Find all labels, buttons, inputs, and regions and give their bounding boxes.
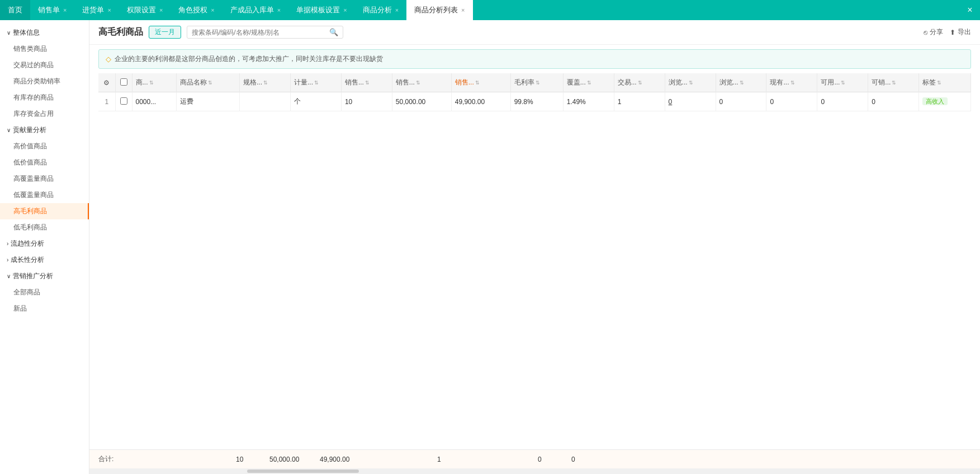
footer-sales-count [132,456,233,463]
col-saleable[interactable]: 可销...⇅ [868,73,919,92]
footer-sales-count-val: 10 [233,456,266,463]
cell-name: 运费 [176,92,239,111]
cell-available: 0 [817,92,868,111]
close-icon[interactable]: × [395,7,399,13]
search-input[interactable] [192,29,329,36]
nav-item-role[interactable]: 角色授权 × [171,0,222,20]
sidebar-item-low-margin[interactable]: 低毛利商品 [0,219,89,236]
arrow-right-icon: › [7,257,8,263]
table-container: ⚙ 商...⇅ 商品名称⇅ 规格...⇅ 计量...⇅ 销售...⇅ 销售...… [89,73,980,449]
col-checkbox[interactable] [115,73,132,92]
sidebar-group-overall[interactable]: ∨ 整体信息 [0,25,89,41]
export-button[interactable]: ⬆ 导出 [950,27,971,37]
col-sales-cost[interactable]: 销售...⇅ [451,73,510,92]
sidebar-item-new-products[interactable]: 新品 [0,301,89,317]
footer-gross-margin [367,456,400,463]
content-header: 高毛利商品 近一月 🔍 ⎋ 分享 ⬆ 导出 [89,20,980,45]
col-sales-amount[interactable]: 销售...⇅ [392,73,451,92]
sidebar-item-all-products[interactable]: 全部商品 [0,284,89,301]
col-available[interactable]: 可用...⇅ [817,73,868,92]
col-code[interactable]: 商...⇅ [132,73,176,92]
col-browse2[interactable]: 浏览...⇅ [716,73,766,92]
col-name[interactable]: 商品名称⇅ [176,73,239,92]
sidebar-item-traded-products[interactable]: 交易过的商品 [0,57,89,73]
top-navigation: 首页 销售单 × 进货单 × 权限设置 × 角色授权 × 产成品入库单 × 单据… [0,0,980,20]
footer-current-stock: 0 [534,456,568,463]
footer-sales-cost: 49,900.00 [316,456,367,463]
cell-saleable: 0 [868,92,919,111]
col-browse1[interactable]: 浏览...⇅ [665,73,716,92]
cell-sales-cost: 49,900.00 [451,92,510,111]
cell-coverage: 1.49% [563,92,614,111]
select-all-checkbox[interactable] [120,78,127,86]
scrollbar-thumb[interactable] [247,470,359,473]
table-row: 1 0000... 运费 个 10 50,000.00 49,900.00 99… [98,92,971,111]
nav-item-product-analysis[interactable]: 商品分析 × [355,0,406,20]
share-button[interactable]: ⎋ 分享 [924,27,943,37]
cell-sales-count: 10 [341,92,392,111]
sidebar-item-stock-capital[interactable]: 库存资金占用 [0,106,89,122]
cell-transaction: 1 [614,92,665,111]
cell-current-stock: 0 [766,92,817,111]
arrow-right-icon: › [7,241,8,247]
col-settings[interactable]: ⚙ [98,73,115,92]
nav-item-purchase[interactable]: 进货单 × [74,0,119,20]
sidebar-item-sales-products[interactable]: 销售类商品 [0,41,89,57]
cell-num: 1 [98,92,115,111]
search-box: 🔍 [187,26,343,39]
arrow-down-icon: ∨ [7,30,11,36]
sidebar-group-contribution[interactable]: ∨ 贡献量分析 [0,122,89,138]
close-icon[interactable]: × [211,7,214,13]
sidebar-item-low-coverage[interactable]: 低覆盖量商品 [0,187,89,203]
col-tag[interactable]: 标签⇅ [919,73,971,92]
close-icon[interactable]: × [277,7,281,13]
info-icon: ◇ [106,55,111,63]
sidebar-group-marketing[interactable]: ∨ 营销推广分析 [0,268,89,284]
cell-sales-amount: 50,000.00 [392,92,451,111]
close-icon[interactable]: × [63,7,67,13]
sidebar-item-high-value[interactable]: 高价值商品 [0,138,89,154]
window-close-button[interactable]: × [960,0,980,20]
col-transaction[interactable]: 交易...⇅ [614,73,665,92]
cell-browse1[interactable]: 0 [665,92,716,111]
nav-item-template[interactable]: 单据模板设置 × [288,0,354,20]
nav-item-sales[interactable]: 销售单 × [30,0,74,20]
sidebar-item-category-rate[interactable]: 商品分类助销率 [0,73,89,90]
nav-item-home[interactable]: 首页 [0,0,30,20]
search-icon[interactable]: 🔍 [329,28,338,36]
header-actions: ⎋ 分享 ⬆ 导出 [924,27,971,37]
col-current-stock[interactable]: 现有...⇅ [766,73,817,92]
sidebar-group-trend[interactable]: › 流趋性分析 [0,236,89,252]
cell-checkbox[interactable] [115,92,132,111]
cell-unit: 个 [290,92,341,111]
sidebar-group-growth[interactable]: › 成长性分析 [0,252,89,268]
col-sales-count[interactable]: 销售...⇅ [341,73,392,92]
sidebar-item-high-coverage[interactable]: 高覆盖量商品 [0,171,89,187]
cell-gross-margin: 99.8% [510,92,563,111]
footer-values: 10 50,000.00 49,900.00 1 0 0 [132,456,971,463]
close-icon[interactable]: × [461,7,465,13]
sidebar-item-stock-products[interactable]: 有库存的商品 [0,90,89,106]
nav-item-permission[interactable]: 权限设置 × [119,0,171,20]
arrow-down-icon: ∨ [7,127,11,133]
table-header-row: ⚙ 商...⇅ 商品名称⇅ 规格...⇅ 计量...⇅ 销售...⇅ 销售...… [98,73,971,92]
sidebar-item-low-value[interactable]: 低价值商品 [0,154,89,171]
sidebar: ∨ 整体信息 销售类商品 交易过的商品 商品分类助销率 有库存的商品 库存资金占… [0,20,89,474]
col-coverage[interactable]: 覆盖...⇅ [563,73,614,92]
close-icon[interactable]: × [107,7,111,13]
info-banner: ◇ 企业的主要的利润都是这部分商品创造的，可考虑加大推广，同时关注库存是不要出现… [98,49,971,69]
sidebar-item-high-margin[interactable]: 高毛利商品 [0,203,89,219]
filter-recent-month-button[interactable]: 近一月 [149,26,181,39]
col-unit[interactable]: 计量...⇅ [290,73,341,92]
nav-item-product-analysis-list[interactable]: 商品分析列表 × [406,0,472,20]
horizontal-scrollbar[interactable] [89,468,980,474]
share-icon: ⎋ [924,29,927,36]
close-icon[interactable]: × [343,7,347,13]
close-icon[interactable]: × [159,7,163,13]
product-table: ⚙ 商...⇅ 商品名称⇅ 规格...⇅ 计量...⇅ 销售...⇅ 销售...… [98,73,971,111]
row-checkbox[interactable] [120,97,127,105]
footer-sales-amount: 50,000.00 [266,456,316,463]
col-spec[interactable]: 规格...⇅ [240,73,291,92]
nav-item-warehouse[interactable]: 产成品入库单 × [222,0,288,20]
col-gross-margin[interactable]: 毛利率⇅ [510,73,563,92]
